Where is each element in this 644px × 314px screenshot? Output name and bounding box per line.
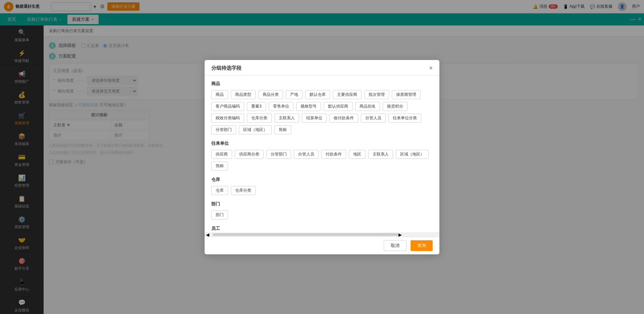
cancel-button[interactable]: 取消 xyxy=(384,240,407,251)
field-tag-refine-points[interactable]: 炼货积分 xyxy=(383,102,408,111)
modal-hscrollbar[interactable]: ◀ ▶ xyxy=(205,233,439,237)
field-tag-warehouse-category[interactable]: 仓库分类 xyxy=(231,186,256,195)
section-goods-title: 商品 xyxy=(211,81,433,87)
field-tag-region2[interactable]: 区域（地区） xyxy=(396,150,429,159)
field-tag-partner-cat[interactable]: 往来单位分类 xyxy=(388,114,421,123)
modal-close-button[interactable]: × xyxy=(429,65,433,72)
modal-header: 分组待选字段 × xyxy=(205,60,439,75)
field-tag-default-warehouse[interactable]: 默认仓库 xyxy=(305,90,330,99)
field-tag-manage-dept[interactable]: 分管部门 xyxy=(266,150,291,159)
field-tag-supplier[interactable]: 供应商 xyxy=(211,150,232,159)
section-department: 部门 部门 xyxy=(211,201,433,219)
field-tag-short-name2[interactable]: 简称 xyxy=(211,162,228,171)
field-tag-main-contact2[interactable]: 主联系人 xyxy=(368,150,393,159)
modal-overlay: 分组待选字段 × 商品 商品 商品类型 商品分类 产地 默认仓库 主要供应商 批… xyxy=(0,0,644,314)
modal-body[interactable]: 商品 商品 商品类型 商品分类 产地 默认仓库 主要供应商 批次管理 保质期管理… xyxy=(205,75,439,233)
field-tag-short-name[interactable]: 简称 xyxy=(274,125,291,134)
section-warehouse: 仓库 仓库 仓库分类 xyxy=(211,177,433,195)
field-tag-supervisor[interactable]: 分管人员 xyxy=(361,114,386,123)
section-department-tags: 部门 xyxy=(211,210,433,219)
field-tag-settlement-unit[interactable]: 结算单位 xyxy=(302,114,327,123)
hscroll-thumb[interactable] xyxy=(213,233,398,236)
field-tag-region[interactable]: 区域（地区） xyxy=(239,125,272,134)
field-tag-manage-person[interactable]: 分管人员 xyxy=(294,150,319,159)
modal-title: 分组待选字段 xyxy=(211,65,241,71)
field-tag-dept[interactable]: 分管部门 xyxy=(211,125,236,134)
section-partners-tags: 供应商 供应商分类 分管部门 分管人员 付款条件 地区 主联系人 区域（地区） … xyxy=(211,150,433,171)
field-tag-origin[interactable]: 产地 xyxy=(286,90,303,99)
field-tag-tax-code[interactable]: 税收分类编码 xyxy=(211,114,244,123)
section-warehouse-title: 仓库 xyxy=(211,177,433,183)
modal-dialog: 分组待选字段 × 商品 商品 商品类型 商品分类 产地 默认仓库 主要供应商 批… xyxy=(205,60,439,254)
field-tag-goods-type[interactable]: 商品类型 xyxy=(231,90,256,99)
field-tag-batch-mgmt[interactable]: 批次管理 xyxy=(364,90,389,99)
field-tag-goods-category[interactable]: 商品分类 xyxy=(258,90,283,99)
section-partners-title: 往来单位 xyxy=(211,140,433,146)
field-tag-main-supplier[interactable]: 主要供应商 xyxy=(333,90,362,99)
field-tag-main-contact[interactable]: 主联系人 xyxy=(274,114,299,123)
field-tag-supplier-cat[interactable]: 供应商分类 xyxy=(235,150,264,159)
field-tag-customer-code[interactable]: 客户商品编码 xyxy=(211,102,244,111)
confirm-button[interactable]: 查询 xyxy=(411,240,433,251)
field-tag-goods[interactable]: 商品 xyxy=(211,90,228,99)
field-tag-shelf-life[interactable]: 保质期管理 xyxy=(392,90,421,99)
section-employee: 员工 业务员 xyxy=(211,226,433,233)
section-partners: 往来单位 供应商 供应商分类 分管部门 分管人员 付款条件 地区 主联系人 区域… xyxy=(211,140,433,171)
field-tag-area[interactable]: 地区 xyxy=(349,150,366,159)
field-tag-payment-terms[interactable]: 收付款条件 xyxy=(329,114,358,123)
field-tag-warehouse-cat[interactable]: 仓库分类 xyxy=(247,114,272,123)
section-warehouse-tags: 仓库 仓库分类 xyxy=(211,186,433,195)
field-tag-retail-unit[interactable]: 零售单位 xyxy=(269,102,293,111)
field-tag-goods-alias[interactable]: 商品别名 xyxy=(355,102,380,111)
section-goods: 商品 商品 商品类型 商品分类 产地 默认仓库 主要供应商 批次管理 保质期管理… xyxy=(211,81,433,134)
field-tag-pay-terms[interactable]: 付款条件 xyxy=(321,150,346,159)
section-department-title: 部门 xyxy=(211,201,433,207)
field-tag-department[interactable]: 部门 xyxy=(211,210,228,219)
modal-footer: 取消 查询 xyxy=(205,237,439,254)
field-tag-spec-model[interactable]: 规格型号 xyxy=(296,102,321,111)
field-tag-default-supplier[interactable]: 默认供应商 xyxy=(324,102,353,111)
section-employee-title: 员工 xyxy=(211,226,433,232)
section-goods-tags: 商品 商品类型 商品分类 产地 默认仓库 主要供应商 批次管理 保质期管理 客户… xyxy=(211,90,433,134)
field-tag-weight3[interactable]: 重量3 xyxy=(247,102,266,111)
field-tag-warehouse[interactable]: 仓库 xyxy=(211,186,228,195)
